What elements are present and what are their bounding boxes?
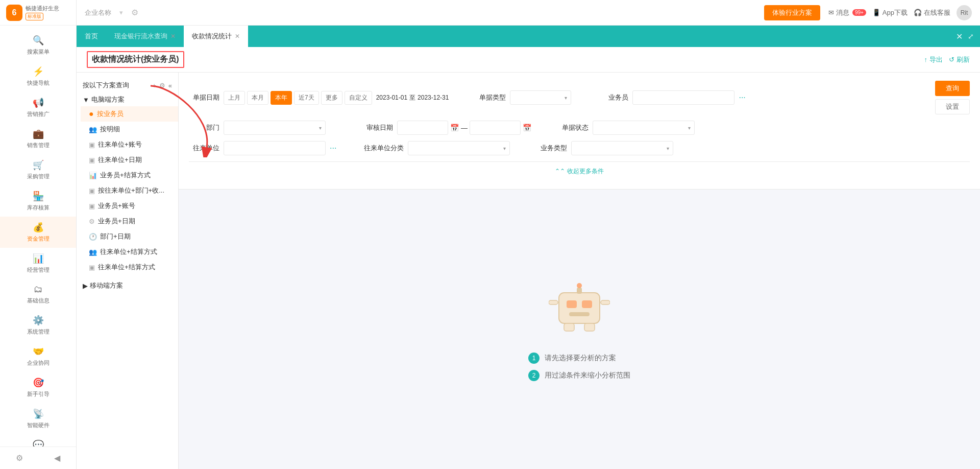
counterparty-input[interactable] <box>224 141 326 155</box>
tab-cash-flow-close[interactable]: ✕ <box>170 33 176 40</box>
user-name: Rit <box>961 9 968 16</box>
sidebar-item-operation[interactable]: 📊 经营管理 <box>0 248 76 279</box>
sidebar-item-hardware[interactable]: 📡 智能硬件 <box>0 403 76 434</box>
svg-rect-9 <box>584 323 595 331</box>
collapse-conditions-btn[interactable]: ⌃⌃ 收起更多条件 <box>189 161 970 181</box>
date-btn-more[interactable]: 更多 <box>321 91 342 105</box>
date-btn-last-month[interactable]: 上月 <box>224 91 245 105</box>
scheme-item-10-icon: ▣ <box>89 264 95 271</box>
scheme-item-4[interactable]: 📊 业务员+结算方式 <box>81 168 178 183</box>
doc-status-select[interactable] <box>593 121 695 135</box>
condition-row-2: 部门 审核日期 📅 — <box>189 121 970 135</box>
doc-type-select[interactable] <box>510 90 571 105</box>
sidebar-item-purchase[interactable]: 🛒 采购管理 <box>0 154 76 185</box>
service-icon: 🎧 <box>914 9 922 16</box>
page-title: 收款情况统计(按业务员) <box>87 51 184 68</box>
salesperson-input[interactable] <box>632 90 734 105</box>
review-date-from[interactable] <box>397 121 448 135</box>
scheme-panel-header: 按以下方案查询 + ⚙ « <box>77 78 178 93</box>
sidebar-item-sales[interactable]: 💼 销售管理 <box>0 123 76 154</box>
counterparty-cat-select[interactable] <box>408 141 510 155</box>
scheme-item-8[interactable]: 🕐 部门+日期 <box>81 229 178 244</box>
finance-icon: 💰 <box>33 222 44 233</box>
scheme-item-6[interactable]: ▣ 业务员+账号 <box>81 198 178 214</box>
sidebar-item-system[interactable]: ⚙️ 系统管理 <box>0 310 76 341</box>
scheme-item-3[interactable]: ▣ 往来单位+日期 <box>81 152 178 168</box>
scheme-item-7[interactable]: ⚙ 业务员+日期 <box>81 214 178 229</box>
calendar-icon-to[interactable]: 📅 <box>523 124 531 132</box>
message-icon-item[interactable]: ✉ 消息 99+ <box>828 8 866 17</box>
date-btn-custom[interactable]: 自定义 <box>345 91 372 105</box>
date-btn-7days[interactable]: 近7天 <box>294 91 319 105</box>
date-btn-this-year[interactable]: 本年 <box>271 91 292 105</box>
counterparty-cat-select-wrapper <box>408 141 510 155</box>
inventory-icon: 🏪 <box>33 191 44 202</box>
doc-status-select-wrapper <box>593 121 695 135</box>
dept-select[interactable] <box>224 121 326 135</box>
empty-step-1: 1 请先选择要分析的方案 <box>528 353 630 364</box>
wechat-icon: 💬 <box>33 439 44 447</box>
sidebar-item-inventory[interactable]: 🏪 库存核算 <box>0 185 76 217</box>
tab-cash-flow-label: 现金银行流水查询 <box>114 32 167 41</box>
salesperson-more-icon[interactable]: ··· <box>739 93 745 102</box>
sidebar-item-marketing[interactable]: 📢 营销推广 <box>0 92 76 123</box>
scheme-item-2[interactable]: ▣ 往来单位+账号 <box>81 137 178 152</box>
settings-button[interactable]: 设置 <box>935 99 970 114</box>
counterparty-more-icon[interactable]: ··· <box>330 144 336 153</box>
scheme-item-2-label: 往来单位+账号 <box>98 140 142 149</box>
tab-collection-label: 收款情况统计 <box>192 32 232 41</box>
dept-select-wrapper <box>224 121 326 135</box>
sidebar-nav: 🔍 搜索菜单 ⚡ 快捷导航 📢 营销推广 💼 销售管理 🛒 采购管理 🏪 <box>0 26 76 447</box>
scheme-group-pc[interactable]: ▼ 电脑端方案 <box>77 93 178 106</box>
online-service-item[interactable]: 🎧 在线客服 <box>914 8 950 17</box>
top-bar-right: 体验行业方案 ✉ 消息 99+ 📱 App下载 🎧 在线客服 <box>764 5 972 20</box>
tab-collection-close[interactable]: ✕ <box>235 33 240 40</box>
sidebar-item-quick-nav[interactable]: ⚡ 快捷导航 <box>0 61 76 92</box>
message-icon: ✉ <box>828 9 834 16</box>
tab-expand-btn[interactable]: ⤢ <box>968 32 974 40</box>
scheme-item-3-label: 往来单位+日期 <box>98 155 142 165</box>
empty-robot-icon <box>549 277 610 340</box>
tab-collection[interactable]: 收款情况统计 ✕ <box>184 26 248 47</box>
message-badge: 99+ <box>852 9 866 16</box>
calendar-icon-from[interactable]: 📅 <box>450 124 459 132</box>
sidebar-item-label: 快捷导航 <box>27 79 50 87</box>
date-btn-this-month[interactable]: 本月 <box>247 91 268 105</box>
app-download-item[interactable]: 📱 App下载 <box>872 8 908 17</box>
tab-home[interactable]: 首页 <box>77 26 106 47</box>
scheme-item-0[interactable]: ● 按业务员 <box>81 106 178 122</box>
doc-type-label: 单据类型 <box>475 93 506 102</box>
scheme-item-9[interactable]: 👥 往来单位+结算方式 <box>81 244 178 260</box>
refresh-btn[interactable]: ↺ 刷新 <box>949 55 970 64</box>
date-to: 2023-12-31 <box>418 94 449 101</box>
scheme-item-5[interactable]: ▣ 按往来单位+部门+收... <box>81 183 178 198</box>
sidebar-item-finance[interactable]: 💰 资金管理 <box>0 217 76 248</box>
sidebar-item-basic[interactable]: 🗂 基础信息 <box>0 279 76 310</box>
scheme-add-icon[interactable]: + <box>152 82 156 89</box>
user-avatar[interactable]: Rit <box>957 5 972 20</box>
tab-close-btn[interactable]: ✕ <box>956 32 963 41</box>
scheme-item-10[interactable]: ▣ 往来单位+结算方式 <box>81 260 178 275</box>
review-date-to[interactable] <box>470 121 521 135</box>
query-button[interactable]: 查询 <box>935 81 970 96</box>
collapse-sidebar-icon[interactable]: ◀ <box>54 453 60 463</box>
trial-btn[interactable]: 体验行业方案 <box>764 5 820 20</box>
scheme-item-4-icon: 📊 <box>89 172 97 179</box>
sidebar-item-guide[interactable]: 🎯 新手引导 <box>0 372 76 403</box>
scheme-item-1[interactable]: 👥 按明细 <box>81 122 178 137</box>
export-icon: ↑ <box>924 56 928 63</box>
biz-type-select[interactable] <box>571 141 673 155</box>
sidebar-item-search-menu[interactable]: 🔍 搜索菜单 <box>0 30 76 61</box>
scheme-item-4-label: 业务员+结算方式 <box>100 171 151 180</box>
scheme-collapse-icon[interactable]: « <box>168 82 172 89</box>
sidebar-item-corp[interactable]: 🤝 企业协同 <box>0 341 76 372</box>
sidebar-item-wechat[interactable]: 💬 企业微信 <box>0 434 76 447</box>
settings-bottom-icon[interactable]: ⚙ <box>16 453 23 463</box>
export-btn[interactable]: ↑ 导出 <box>924 55 943 64</box>
tab-cash-flow[interactable]: 现金银行流水查询 ✕ <box>106 26 184 47</box>
sidebar-item-label: 基础信息 <box>27 297 50 304</box>
scheme-settings-icon[interactable]: ⚙ <box>159 82 165 89</box>
condition-doc-status: 单据状态 <box>558 121 695 135</box>
date-selector: 上月 本月 本年 近7天 更多 自定义 <box>224 91 372 105</box>
scheme-group-mobile[interactable]: ▶ 移动端方案 <box>77 279 178 292</box>
